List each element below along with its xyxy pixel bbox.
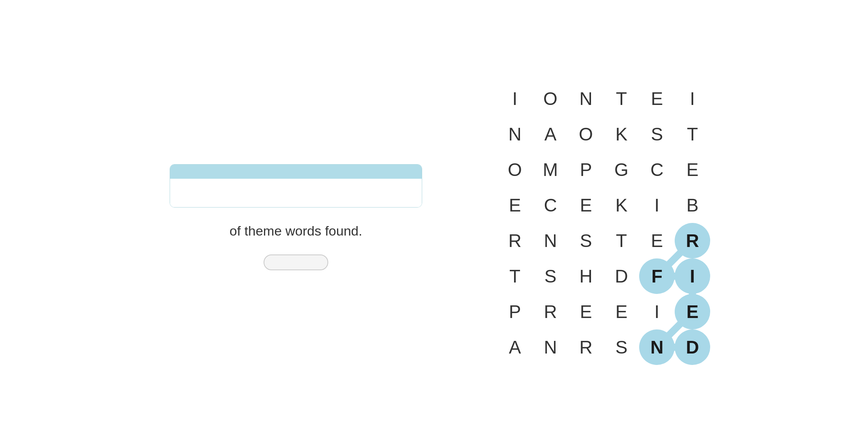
grid-cell[interactable]: C bbox=[639, 152, 675, 187]
found-suffix: theme words found. bbox=[245, 223, 363, 238]
grid-cell[interactable]: E bbox=[604, 294, 639, 329]
grid-cell[interactable]: E bbox=[675, 294, 710, 329]
grid-cell[interactable]: S bbox=[639, 116, 675, 152]
grid-cell[interactable]: N bbox=[639, 329, 675, 365]
grid-cell[interactable]: I bbox=[675, 258, 710, 294]
grid-cell[interactable]: A bbox=[497, 329, 533, 365]
letter-grid[interactable]: IONTEINAOKSTOMPGCEECEKIBRNSTERTSHDFIPREE… bbox=[497, 81, 710, 365]
grid-cell[interactable]: F bbox=[639, 258, 675, 294]
grid-cell[interactable]: S bbox=[604, 329, 639, 365]
grid-cell[interactable]: N bbox=[533, 329, 568, 365]
grid-cell[interactable]: T bbox=[604, 223, 639, 258]
theme-card-header bbox=[170, 165, 422, 179]
grid-cell[interactable]: B bbox=[675, 187, 710, 223]
left-panel: of theme words found. bbox=[158, 164, 434, 270]
grid-cell[interactable]: I bbox=[497, 81, 533, 116]
grid-cell[interactable]: P bbox=[497, 294, 533, 329]
grid-cell[interactable]: R bbox=[568, 329, 604, 365]
grid-cell[interactable]: K bbox=[604, 187, 639, 223]
grid-cell[interactable]: T bbox=[675, 116, 710, 152]
found-text: of theme words found. bbox=[230, 223, 362, 239]
grid-cell[interactable]: R bbox=[675, 223, 710, 258]
grid-cell[interactable]: E bbox=[568, 294, 604, 329]
grid-cell[interactable]: C bbox=[533, 187, 568, 223]
grid-cell[interactable]: I bbox=[639, 294, 675, 329]
grid-cell[interactable]: D bbox=[675, 329, 710, 365]
grid-cell[interactable]: O bbox=[497, 152, 533, 187]
grid-cell[interactable]: O bbox=[533, 81, 568, 116]
grid-cell[interactable]: H bbox=[568, 258, 604, 294]
grid-cell[interactable]: E bbox=[568, 187, 604, 223]
grid-cell[interactable]: N bbox=[568, 81, 604, 116]
grid-cell[interactable]: A bbox=[533, 116, 568, 152]
right-panel: IONTEINAOKSTOMPGCEECEKIBRNSTERTSHDFIPREE… bbox=[497, 69, 710, 365]
grid-cell[interactable]: I bbox=[675, 81, 710, 116]
grid-cell[interactable]: S bbox=[533, 258, 568, 294]
grid-cell[interactable]: E bbox=[497, 187, 533, 223]
grid-cell[interactable]: P bbox=[568, 152, 604, 187]
grid-cell[interactable]: S bbox=[568, 223, 604, 258]
grid-cell[interactable]: D bbox=[604, 258, 639, 294]
grid-cell[interactable]: M bbox=[533, 152, 568, 187]
grid-cell[interactable]: T bbox=[497, 258, 533, 294]
grid-cell[interactable]: O bbox=[568, 116, 604, 152]
grid-cell[interactable]: T bbox=[604, 81, 639, 116]
app-container: of theme words found. IONTEINAOKSTOMPGCE… bbox=[0, 0, 868, 434]
found-of: of bbox=[230, 223, 245, 238]
grid-cell[interactable]: G bbox=[604, 152, 639, 187]
hint-button[interactable] bbox=[264, 254, 328, 270]
grid-cell[interactable]: N bbox=[497, 116, 533, 152]
grid-cell[interactable]: E bbox=[639, 81, 675, 116]
theme-card bbox=[170, 164, 422, 208]
grid-cell[interactable]: I bbox=[639, 187, 675, 223]
grid-cell[interactable]: R bbox=[533, 294, 568, 329]
grid-cell[interactable]: E bbox=[639, 223, 675, 258]
grid-cell[interactable]: N bbox=[533, 223, 568, 258]
grid-cell[interactable]: K bbox=[604, 116, 639, 152]
grid-cell[interactable]: R bbox=[497, 223, 533, 258]
grid-cell[interactable]: E bbox=[675, 152, 710, 187]
grid-wrapper: IONTEINAOKSTOMPGCEECEKIBRNSTERTSHDFIPREE… bbox=[497, 81, 710, 365]
theme-card-body bbox=[170, 179, 422, 207]
